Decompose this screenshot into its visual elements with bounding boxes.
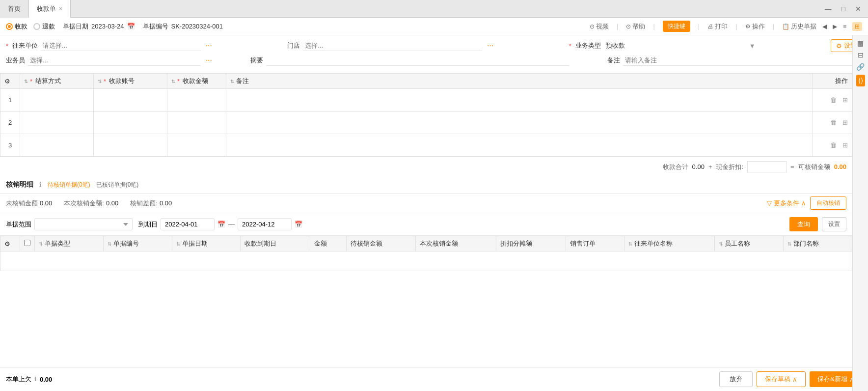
row-3-delete-icon[interactable]: 🗑 [830, 141, 837, 149]
nav-left-icon[interactable]: ◀ [822, 23, 827, 30]
biz-type-arrow[interactable]: ▼ [749, 42, 756, 50]
cal-end-icon[interactable]: 📅 [295, 221, 302, 228]
due-date-end[interactable] [238, 218, 292, 230]
row-1-remark[interactable] [226, 89, 813, 112]
row-3-amount[interactable] [167, 134, 226, 157]
row-1-amount[interactable] [167, 89, 226, 112]
row-2-delete-icon[interactable]: 🗑 [830, 119, 837, 126]
staff-more-icon[interactable]: ··· [206, 56, 212, 65]
store-input[interactable] [303, 40, 482, 51]
maximize-button[interactable]: □ [839, 4, 848, 14]
hexiao-info-icon[interactable]: ℹ [39, 181, 42, 188]
sort-partner[interactable]: ⇅ [628, 241, 632, 247]
due-date-start[interactable] [161, 218, 215, 230]
staff-field: 业务员 ··· [6, 55, 212, 66]
sidebar-table-icon[interactable]: ▤ [857, 39, 864, 47]
row-3-account[interactable] [94, 134, 167, 157]
pending-tab[interactable]: 待核销单据(0笔) [48, 181, 90, 189]
sort-doc-date[interactable]: ⇅ [176, 241, 180, 247]
sidebar-link-icon[interactable]: 🔗 [856, 63, 865, 71]
advance-info-icon[interactable]: ℹ [34, 376, 37, 383]
sidebar-active-icon[interactable]: ⟨⟩ [856, 75, 865, 86]
refund-radio[interactable]: 退款 [33, 22, 55, 31]
done-tab[interactable]: 已核销单据(0笔) [96, 181, 139, 189]
print-link[interactable]: 🖨 打印 [707, 22, 728, 31]
current-value: 0.00 [106, 199, 118, 207]
sort-dept[interactable]: ⇅ [787, 241, 791, 247]
hexiao-table: ⚙ ⇅ 单据类型 ⇅ [0, 236, 852, 271]
current-stat: 本次核销金额: 0.00 [64, 199, 118, 208]
row-2-copy-icon[interactable]: ⊞ [842, 119, 848, 126]
sort-doc-num[interactable]: ⇅ [108, 241, 111, 247]
history-link[interactable]: 📋 历史单据 [782, 22, 816, 31]
th-remark: ⇅ 备注 [226, 74, 813, 89]
sort-doc-type[interactable]: ⇅ [39, 241, 43, 247]
nav-right-icon[interactable]: ▶ [833, 23, 837, 30]
hexiao-right: ▽ 更多条件 ∧ 自动核销 [767, 196, 846, 210]
bth-check [20, 236, 35, 251]
range-select[interactable] [34, 218, 133, 230]
tab-receipt-label: 收款单 [37, 4, 56, 13]
diff-stat: 核销差额: 0.00 [130, 199, 172, 208]
row-1-account[interactable] [94, 89, 167, 112]
abandon-button[interactable]: 放弃 [719, 371, 753, 387]
total-value: 0.00 [692, 163, 705, 170]
auto-hexiao-button[interactable]: 自动核销 [810, 196, 846, 210]
partner-more-icon[interactable]: ··· [206, 41, 212, 50]
receipt-radio[interactable]: 收款 [6, 22, 27, 31]
more-conditions-btn[interactable]: ▽ 更多条件 ∧ [767, 199, 806, 208]
main-content: 收款 退款 单据日期 2023-03-24 📅 单据编号 SK-20230324… [0, 18, 868, 391]
number-value: SK-20230324-001 [171, 23, 223, 30]
store-field: 门店 ··· [287, 40, 493, 51]
sidebar-attach-icon[interactable]: ⊟ [858, 51, 864, 59]
tab-receipt[interactable]: 收款单 × [28, 0, 71, 18]
sort-icon-settlement[interactable]: ⇅ [24, 79, 28, 84]
row-1-delete-icon[interactable]: 🗑 [830, 96, 837, 104]
row-3-remark[interactable] [226, 134, 813, 157]
filter-icon: ▽ [767, 199, 772, 207]
operation-link[interactable]: ⚙ 操作 [745, 22, 765, 31]
row-3-ops: 🗑 ⊞ [813, 134, 852, 157]
row-3-settlement[interactable] [20, 134, 94, 157]
store-more-icon[interactable]: ··· [487, 41, 493, 50]
sort-staff[interactable]: ⇅ [719, 241, 723, 247]
row-2-account[interactable] [94, 112, 167, 134]
row-3-copy-icon[interactable]: ⊞ [842, 141, 848, 149]
current-label: 本次核销金额: [64, 199, 104, 208]
grid-view-icon[interactable]: ⊞ [852, 22, 862, 31]
settings-icon: ⚙ [4, 78, 10, 85]
th-settings[interactable]: ⚙ [0, 74, 20, 89]
bth-settings[interactable]: ⚙ [0, 236, 20, 251]
query-button[interactable]: 查询 [789, 217, 818, 231]
minimize-button[interactable]: — [822, 4, 835, 14]
hexiao-settings-button[interactable]: 设置 [822, 217, 846, 231]
save-draft-button[interactable]: 保存草稿 ∧ [757, 371, 806, 387]
cal-start-icon[interactable]: 📅 [217, 221, 225, 228]
refund-radio-dot [33, 23, 40, 30]
video-link[interactable]: ⊙ 视频 [590, 22, 609, 31]
row-2-remark[interactable] [226, 112, 813, 134]
select-all-checkbox[interactable] [24, 240, 30, 246]
close-button[interactable]: ✕ [852, 4, 864, 14]
staff-input[interactable] [28, 55, 201, 66]
sort-icon-amount[interactable]: ⇅ [171, 79, 175, 84]
receipt-refund-toggle: 收款 退款 [6, 22, 55, 31]
sort-icon-remark[interactable]: ⇅ [230, 79, 234, 84]
remark-input[interactable] [623, 55, 862, 66]
summary-input[interactable] [266, 55, 569, 66]
hexiao-stats: 未核销金额 0.00 本次核销金额: 0.00 核销差额: 0.00 ▽ 更多条… [0, 194, 852, 213]
row-1-settlement[interactable] [20, 89, 94, 112]
calendar-icon[interactable]: 📅 [127, 23, 135, 30]
help-link[interactable]: ⊙ 帮助 [626, 22, 645, 31]
list-view-icon[interactable]: ≡ [843, 23, 846, 30]
partner-input[interactable] [41, 40, 201, 51]
tab-home[interactable]: 首页 [0, 0, 28, 18]
sort-icon-account[interactable]: ⇅ [98, 79, 102, 84]
tab-close-icon[interactable]: × [59, 5, 62, 12]
shortcut-button[interactable]: 快捷键 [663, 21, 690, 32]
discount-input[interactable] [747, 161, 787, 172]
equals-sign: = [790, 163, 794, 170]
row-2-amount[interactable] [167, 112, 226, 134]
row-2-settlement[interactable] [20, 112, 94, 134]
row-1-copy-icon[interactable]: ⊞ [842, 96, 848, 104]
